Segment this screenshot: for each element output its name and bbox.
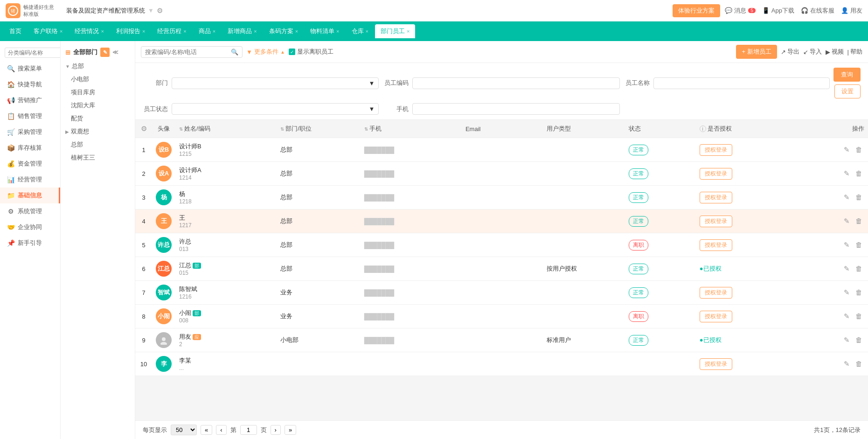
tree-item-project[interactable]: 项目库房	[61, 86, 135, 99]
th-dept[interactable]: ⇅部门/职位	[277, 120, 360, 138]
edit-btn[interactable]: ✎	[842, 311, 852, 321]
sidebar-item-guide[interactable]: 📌新手引导	[0, 235, 60, 251]
edit-btn[interactable]: ✎	[842, 216, 852, 226]
edit-btn[interactable]: ✎	[842, 264, 852, 274]
tree-item-shuanglu[interactable]: ▶ 双鹿想	[61, 125, 135, 138]
dept-tree-collapse-btn[interactable]: ≪	[112, 49, 118, 56]
marketing-icon: 📢	[7, 96, 15, 105]
auth-login-btn[interactable]: 授权登录	[700, 287, 732, 299]
add-employee-btn[interactable]: + 新增员工	[736, 45, 777, 59]
trial-button[interactable]: 体验行业方案	[673, 4, 720, 17]
sidebar-item-finance[interactable]: 💰资金管理	[0, 156, 60, 172]
tree-item-zongbu[interactable]: 总部	[61, 138, 135, 151]
nav-tab-dept-emp[interactable]: 部门员工 ×	[375, 24, 415, 38]
th-phone[interactable]: ⇅手机	[361, 120, 462, 138]
sidebar-item-sales[interactable]: 📋销售管理	[0, 108, 60, 124]
nav-tab-new-goods[interactable]: 新增商品 ×	[222, 24, 262, 38]
tree-item-zhishu[interactable]: 植树王三	[61, 151, 135, 164]
emp-name-input[interactable]	[653, 77, 830, 89]
tree-item-xiao-dian[interactable]: 小电部	[61, 73, 135, 86]
export-btn[interactable]: ↗ 导出	[781, 48, 799, 56]
sidebar-item-search[interactable]: 🔍搜索菜单	[0, 61, 60, 77]
delete-btn[interactable]: 🗑	[854, 192, 864, 202]
delete-btn[interactable]: 🗑	[854, 240, 864, 250]
nav-tab-business[interactable]: 经营情况 ×	[69, 24, 109, 38]
filter-more-btn[interactable]: ▼ 更多条件 ▲	[246, 48, 285, 56]
tree-item-head[interactable]: ▼ 总部	[61, 60, 135, 73]
per-page-select[interactable]: 50 100	[171, 425, 197, 435]
nav-tab-profit[interactable]: 利润报告 ×	[111, 24, 151, 38]
import-btn[interactable]: ↙ 导入	[803, 48, 822, 56]
reset-btn[interactable]: 设置	[834, 84, 861, 98]
sidebar-item-operation[interactable]: 📊经营管理	[0, 172, 60, 188]
tree-item-shenyang[interactable]: 沈阳大库	[61, 99, 135, 112]
delete-btn[interactable]: 🗑	[854, 335, 864, 345]
nav-tab-process[interactable]: 经营历程 ×	[152, 24, 192, 38]
cell-name: 李某 ...	[175, 352, 277, 376]
message-btn[interactable]: 💬 消息 5	[725, 7, 756, 15]
delete-btn[interactable]: 🗑	[854, 287, 864, 297]
delete-btn[interactable]: 🗑	[854, 168, 864, 178]
sidebar-item-purchase[interactable]: 🛒采购管理	[0, 124, 60, 140]
search-input[interactable]	[145, 49, 229, 56]
show-resigned-checkbox[interactable]: ✓ 显示离职员工	[289, 48, 333, 56]
app-download-btn[interactable]: 📱 App下载	[762, 7, 794, 15]
delete-btn[interactable]: 🗑	[854, 216, 864, 226]
emp-phone: ███████	[364, 170, 394, 177]
auth-login-btn[interactable]: 授权登录	[700, 311, 732, 322]
query-btn[interactable]: 查询	[833, 68, 861, 82]
prev-page-btn[interactable]: ‹	[216, 425, 226, 435]
delete-btn[interactable]: 🗑	[854, 264, 864, 273]
table-settings-icon[interactable]: ⚙	[141, 125, 147, 132]
sidebar-item-nav[interactable]: 🏠快捷导航	[0, 77, 60, 92]
emp-status-select[interactable]: ▼	[172, 103, 379, 115]
edit-btn[interactable]: ✎	[842, 145, 852, 155]
sidebar-item-system[interactable]: ⚙系统管理	[0, 203, 60, 219]
auth-login-btn[interactable]: 授权登录	[700, 192, 732, 203]
auth-login-btn[interactable]: 授权登录	[700, 168, 732, 180]
edit-btn[interactable]: ✎	[842, 359, 852, 369]
delete-btn[interactable]: 🗑	[854, 145, 864, 154]
auth-login-btn[interactable]: 授权登录	[700, 358, 732, 370]
view-icon: ▶	[826, 49, 830, 56]
auth-login-btn[interactable]: 授权登录	[700, 216, 732, 227]
sidebar-item-collab[interactable]: 🤝企业协同	[0, 219, 60, 235]
dept-tree-edit-btn[interactable]: ✎	[100, 48, 110, 57]
emp-dept: 总部	[280, 265, 292, 272]
emp-code-input[interactable]	[412, 77, 619, 89]
sidebar-item-base[interactable]: 📁基础信息	[0, 188, 60, 203]
next-page-btn[interactable]: ›	[271, 425, 281, 435]
edit-btn[interactable]: ✎	[842, 192, 852, 202]
nav-tab-customer[interactable]: 客户联络 ×	[28, 24, 68, 38]
page-input[interactable]	[240, 425, 257, 435]
sidebar-item-stock[interactable]: 📦库存核算	[0, 140, 60, 156]
search-icon[interactable]: 🔍	[231, 49, 238, 56]
nav-tab-goods[interactable]: 商品 ×	[193, 24, 221, 38]
edit-btn[interactable]: ✎	[842, 168, 852, 179]
nav-tab-bom[interactable]: 物料清单 ×	[305, 24, 345, 38]
sidebar-search-input[interactable]	[5, 48, 61, 58]
nav-tab-barcode[interactable]: 条码方案 ×	[264, 24, 304, 38]
view-btn[interactable]: ▶ 视频	[826, 48, 844, 56]
th-name[interactable]: ⇅姓名/编码	[175, 120, 277, 138]
settings-icon[interactable]: ⚙	[157, 7, 163, 15]
first-page-btn[interactable]: «	[201, 425, 212, 435]
phone-input[interactable]	[412, 103, 619, 115]
online-service-btn[interactable]: 🎧 在线客服	[801, 7, 834, 15]
edit-btn[interactable]: ✎	[842, 287, 852, 298]
user-btn[interactable]: 👤 用友	[841, 7, 862, 15]
th-settings[interactable]: ⚙	[135, 120, 152, 138]
tree-item-peihuo[interactable]: 配货	[61, 112, 135, 125]
auth-login-btn[interactable]: 授权登录	[700, 144, 732, 156]
help-btn[interactable]: | 帮助	[847, 48, 862, 56]
auth-login-btn[interactable]: 授权登录	[700, 239, 732, 251]
last-page-btn[interactable]: »	[285, 425, 296, 435]
sidebar-item-marketing[interactable]: 📢营销推广	[0, 92, 60, 108]
edit-btn[interactable]: ✎	[842, 240, 852, 250]
edit-btn[interactable]: ✎	[842, 335, 852, 345]
dept-filter-select[interactable]: ▼	[172, 77, 379, 89]
nav-tab-warehouse[interactable]: 仓库 ×	[346, 24, 374, 38]
delete-btn[interactable]: 🗑	[854, 311, 864, 321]
delete-btn[interactable]: 🗑	[854, 359, 864, 369]
nav-tab-home[interactable]: 首页	[4, 24, 27, 38]
